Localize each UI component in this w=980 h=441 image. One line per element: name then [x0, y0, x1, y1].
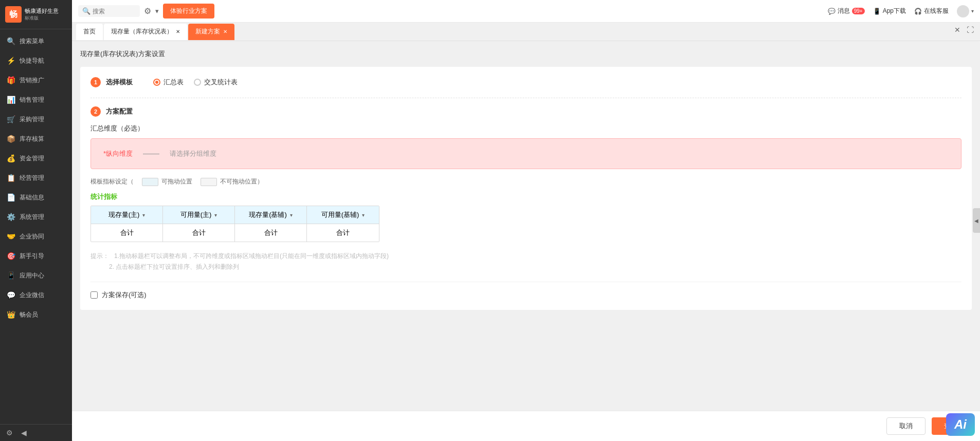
sidebar-item-cooperation[interactable]: 🤝 企业协同: [0, 227, 72, 246]
non-draggable-label: 不可拖动位置）: [220, 177, 263, 186]
sales-icon: 📊: [6, 95, 15, 104]
sidebar-item-newbie[interactable]: 🎯 新手引导: [0, 246, 72, 266]
section-2-number: 2: [90, 106, 101, 117]
radio-cross-label: 交叉统计表: [204, 78, 238, 87]
tab-home[interactable]: 首页: [76, 24, 103, 40]
topbar-dropdown-icon[interactable]: ▾: [155, 7, 159, 15]
sidebar-item-member[interactable]: 👑 畅会员: [0, 305, 72, 324]
dimension-box[interactable]: *纵向维度 —— 请选择分组维度: [90, 138, 961, 169]
sidebar-item-quicknav[interactable]: ⚡ 快捷导航: [0, 51, 72, 70]
collapse-sidebar-icon[interactable]: ◀: [21, 429, 27, 437]
search-input[interactable]: [93, 8, 134, 15]
draggable-legend-item: 可拖动位置: [142, 177, 192, 186]
sidebar-item-inventory[interactable]: 📦 库存核算: [0, 129, 72, 149]
avatar-image: [957, 5, 969, 17]
tip-1-text: 1.拖动标题栏可以调整布局，不可跨维度或指标区域拖动栏目(只能在同一维度或指标区…: [114, 252, 389, 260]
col-2-dropdown-icon[interactable]: ▾: [214, 212, 217, 218]
radio-summary-label: 汇总表: [164, 78, 184, 87]
expand-window-icon[interactable]: ⛶: [965, 25, 976, 35]
sidebar-item-wechat[interactable]: 💬 企业微信: [0, 285, 72, 305]
settings-icon[interactable]: ⚙: [6, 429, 13, 437]
main-area: 🔍 ⚙ ▾ 体验行业方案 💬 消息 99+ 📱 App下载 🎧 在线客服 ▾: [72, 0, 980, 441]
stats-header-cell-2: 可用量(主) ▾: [163, 206, 234, 224]
sidebar-item-operations[interactable]: 📋 经营管理: [0, 168, 72, 188]
sidebar-item-label: 营销推广: [20, 76, 44, 85]
app-name-block: 畅康通好生意 标准版: [25, 7, 59, 21]
right-collapse-handle[interactable]: ◀: [973, 208, 980, 233]
cancel-button[interactable]: 取消: [886, 417, 925, 435]
non-draggable-legend-item: 不可拖动位置）: [201, 177, 263, 186]
system-icon: ⚙️: [6, 212, 15, 222]
stats-body-col-3: 合计: [235, 224, 307, 242]
tab-inventory-label: 现存量（库存状况表）: [111, 27, 173, 36]
col-3-dropdown-icon[interactable]: ▾: [290, 212, 293, 218]
tabbar: 首页 现存量（库存状况表） ✕ 新建方案 ✕: [72, 23, 980, 41]
window-controls: ✕ ⛶: [948, 23, 980, 37]
stats-col-2: 可用量(主) ▾: [163, 206, 235, 224]
section-1-number: 1: [90, 77, 101, 87]
tab-new-plan[interactable]: 新建方案 ✕: [188, 24, 234, 40]
sidebar-item-marketing[interactable]: 🎁 营销推广: [0, 70, 72, 90]
stats-header-cell-4: 可用量(基辅) ▾: [307, 206, 379, 224]
dimension-dash: ——: [143, 149, 159, 158]
sidebar-footer: ⚙ ◀: [0, 424, 72, 441]
sidebar: 畅 畅康通好生意 标准版 🔍 搜索菜单 ⚡ 快捷导航 🎁 营销推广 📊 销售管理…: [0, 0, 72, 441]
stats-table: 现存量(主) ▾ 可用量(主) ▾: [90, 206, 379, 242]
sidebar-item-sales[interactable]: 📊 销售管理: [0, 90, 72, 109]
section-2-title: 方案配置: [106, 107, 133, 116]
stats-header-cell-3: 现存量(基辅) ▾: [235, 206, 306, 224]
indicator-legend: 模板指标设定（ 可拖动位置 不可拖动位置）: [90, 177, 961, 186]
section-divider-1: [90, 98, 961, 98]
sidebar-item-purchase[interactable]: 🛒 采购管理: [0, 109, 72, 129]
sidebar-item-finance[interactable]: 💰 资金管理: [0, 149, 72, 168]
user-avatar[interactable]: ▾: [957, 5, 974, 17]
messages-button[interactable]: 💬 消息 99+: [828, 7, 865, 15]
template-radio-group: 汇总表 交叉统计表: [153, 78, 238, 87]
inventory-icon: 📦: [6, 134, 15, 143]
col-1-dropdown-icon[interactable]: ▾: [142, 212, 145, 218]
app-download-button[interactable]: 📱 App下载: [873, 7, 906, 15]
stats-section-title: 统计指标: [90, 192, 961, 201]
stats-body-cell-1: 合计: [91, 224, 162, 242]
sidebar-item-system[interactable]: ⚙️ 系统管理: [0, 207, 72, 227]
ai-badge[interactable]: Ai: [946, 413, 975, 436]
topbar-search-box[interactable]: 🔍: [78, 5, 140, 17]
tab-new-plan-close-icon[interactable]: ✕: [223, 29, 227, 34]
topbar: 🔍 ⚙ ▾ 体验行业方案 💬 消息 99+ 📱 App下载 🎧 在线客服 ▾: [72, 0, 980, 23]
sidebar-nav: 🔍 搜索菜单 ⚡ 快捷导航 🎁 营销推广 📊 销售管理 🛒 采购管理 📦 库存核…: [0, 29, 72, 424]
try-industry-plan-button[interactable]: 体验行业方案: [163, 4, 214, 19]
sidebar-item-label: 应用中心: [20, 271, 44, 280]
content-wrapper: 现存量(库存状况表)方案设置 1 选择模板 汇总表: [72, 41, 980, 441]
col-4-dropdown-icon[interactable]: ▾: [362, 212, 365, 218]
bottom-bar: 取消 查询: [72, 411, 980, 441]
dimension-placeholder: 请选择分组维度: [170, 149, 216, 158]
stats-body-col-1: 合计: [91, 224, 163, 242]
stats-table-header: 现存量(主) ▾ 可用量(主) ▾: [91, 206, 379, 224]
close-window-icon[interactable]: ✕: [952, 25, 963, 35]
chevron-down-icon: ▾: [971, 8, 974, 14]
save-plan-checkbox[interactable]: [90, 291, 98, 299]
sidebar-item-appcenter[interactable]: 📱 应用中心: [0, 266, 72, 285]
sidebar-item-basic[interactable]: 📄 基础信息: [0, 188, 72, 207]
topbar-right: 💬 消息 99+ 📱 App下载 🎧 在线客服 ▾: [828, 5, 974, 17]
online-service-button[interactable]: 🎧 在线客服: [914, 7, 949, 15]
sidebar-item-search[interactable]: 🔍 搜索菜单: [0, 31, 72, 51]
dimension-required-label: *纵向维度: [103, 149, 133, 158]
stats-col-3-label: 现存量(基辅): [249, 210, 287, 219]
stats-col-4-label: 可用量(基辅): [321, 210, 359, 219]
tip-prefix: 提示：: [90, 252, 113, 260]
section-1-header: 1 选择模板 汇总表 交叉统计表: [90, 77, 961, 87]
tab-inventory[interactable]: 现存量（库存状况表） ✕: [104, 24, 187, 40]
radio-summary[interactable]: 汇总表: [153, 78, 184, 87]
non-draggable-indicator-box: [201, 178, 217, 186]
topbar-gear-icon[interactable]: ⚙: [144, 6, 151, 16]
tab-inventory-close-icon[interactable]: ✕: [176, 29, 180, 34]
radio-cross[interactable]: 交叉统计表: [194, 78, 238, 87]
app-logo-icon: 畅: [5, 6, 22, 23]
sidebar-item-label: 搜索菜单: [20, 37, 44, 46]
draggable-indicator-box: [142, 178, 158, 186]
stats-col-4: 可用量(基辅) ▾: [307, 206, 379, 224]
section-1-title: 选择模板: [106, 78, 133, 87]
operations-icon: 📋: [6, 173, 15, 182]
sidebar-item-label: 库存核算: [20, 135, 44, 143]
